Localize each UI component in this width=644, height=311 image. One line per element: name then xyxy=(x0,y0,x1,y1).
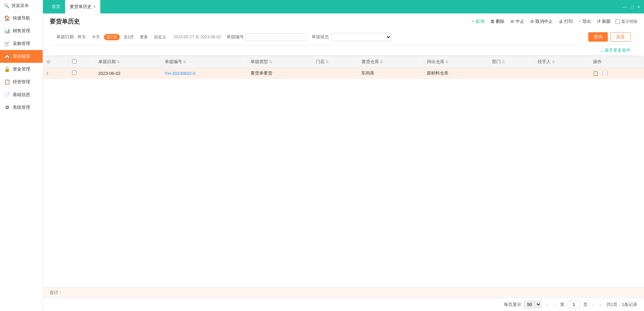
data-table: ⚙ 单据日期 单据编号 单据类型 门店 要货仓库 待出仓库 部门 经手人 操作 xyxy=(43,56,644,79)
row-actions: 📋 ⋮⋮ xyxy=(589,68,644,79)
row-department xyxy=(489,68,534,79)
docnum-filter-group: 单据编号 xyxy=(226,33,306,41)
row-store xyxy=(313,68,358,79)
tab-history-label: 要货单历史 xyxy=(70,4,92,10)
select-all-checkbox[interactable] xyxy=(72,59,76,63)
chevron-down-icon: ⌄ xyxy=(600,48,603,53)
page-title: 要货单历史 xyxy=(50,17,80,26)
inventory-icon: 🏠 xyxy=(4,53,10,59)
sidebar-item-basic-info[interactable]: 📄 基础信息 xyxy=(0,88,43,101)
show-detail-label: 显示明细 xyxy=(621,19,637,25)
show-detail-input[interactable] xyxy=(615,19,620,24)
date-filter-label: 单据日期 xyxy=(56,34,74,40)
stop-button[interactable]: ⊘ 中止 xyxy=(509,18,526,25)
export-button[interactable]: ↑ 导出 xyxy=(578,18,592,25)
purchase-icon: 🛒 xyxy=(4,41,10,47)
expand-label: 展开更多条件 xyxy=(604,47,631,53)
table-row[interactable]: 1 2023-06-02 YH-20230602-0 要货单要货 车间库 原材料… xyxy=(43,68,644,79)
col-store[interactable]: 门店 xyxy=(313,56,358,68)
cancel-stop-button[interactable]: ⊘ 取消中止 xyxy=(529,18,554,25)
sidebar-item-quick-nav[interactable]: 🏠 快捷导航 xyxy=(0,12,43,25)
window-maximize-icon[interactable]: □ xyxy=(631,4,634,9)
row-more-icon[interactable]: ⋮⋮ xyxy=(600,71,610,76)
topbar-right: — □ × xyxy=(623,4,640,9)
col-settings[interactable]: ⚙ xyxy=(43,56,69,68)
col-department[interactable]: 部门 xyxy=(489,56,534,68)
tab-home[interactable]: 首页 xyxy=(47,0,65,13)
last-page-button[interactable]: » xyxy=(598,301,603,308)
sidebar-label-basic-info: 基础信息 xyxy=(13,92,30,98)
row-index: 1 xyxy=(43,68,69,79)
tab-close-icon[interactable]: × xyxy=(94,5,96,9)
sidebar: 🔍 搜索菜单 🏠 快捷导航 📊 销售管理 🛒 采购管理 🏠 库存核算 🔒 资金管… xyxy=(0,0,43,311)
prev-page-button[interactable]: ‹ xyxy=(553,301,557,308)
delete-button[interactable]: 🗑 删除 xyxy=(489,18,506,25)
date-range-display: 2023-05-27 至 2023-06-02 xyxy=(173,34,221,40)
tab-home-label: 首页 xyxy=(52,4,60,10)
row-edit-icon[interactable]: 📋 xyxy=(593,71,598,76)
add-button[interactable]: + 新增 xyxy=(471,18,486,25)
col-doctype[interactable]: 单据类型 xyxy=(247,56,313,68)
date-btn-custom[interactable]: 自定义 xyxy=(152,34,168,40)
expand-button[interactable]: ⌄ 展开更多条件 xyxy=(600,47,631,53)
col-date[interactable]: 单据日期 xyxy=(95,56,161,68)
filter-row: 单据日期 昨天 今天 近7天 近1月 更多 自定义 2023-05-27 至 2… xyxy=(50,29,637,45)
col-handler[interactable]: 经手人 xyxy=(534,56,589,68)
sidebar-search[interactable]: 🔍 搜索菜单 xyxy=(0,0,43,12)
next-page-button[interactable]: › xyxy=(590,301,595,308)
window-minimize-icon[interactable]: — xyxy=(623,4,627,9)
row-date: 2023-06-02 xyxy=(95,68,161,79)
sidebar-label-purchase: 采购管理 xyxy=(13,41,30,47)
sidebar-label-quick-nav: 快捷导航 xyxy=(13,15,30,21)
docnum-input[interactable] xyxy=(246,33,306,41)
col-pending-warehouse[interactable]: 待出仓库 xyxy=(423,56,489,68)
col-docnum[interactable]: 单据编号 xyxy=(161,56,247,68)
sidebar-label-sales: 销售管理 xyxy=(13,28,30,34)
system-icon: ⚙ xyxy=(4,104,10,110)
per-page-select[interactable]: 50 100 xyxy=(524,301,541,308)
status-select[interactable] xyxy=(331,33,391,41)
print-button[interactable]: 🖨 打印 xyxy=(557,18,575,25)
sidebar-item-purchase[interactable]: 🛒 采购管理 xyxy=(0,37,43,50)
date-btn-today[interactable]: 今天 xyxy=(90,34,102,40)
per-page-label: 每页显示 xyxy=(504,302,521,308)
page-suffix-label: 页 xyxy=(583,302,588,308)
row-doctype: 要货单要货 xyxy=(247,68,313,79)
sidebar-label-inventory: 库存核算 xyxy=(13,53,30,59)
sidebar-item-sales[interactable]: 📊 销售管理 xyxy=(0,25,43,37)
date-filter-group: 单据日期 昨天 今天 近7天 近1月 更多 自定义 xyxy=(56,34,168,40)
sidebar-search-label: 搜索菜单 xyxy=(11,3,29,9)
total-label: 合计： xyxy=(50,290,63,296)
date-btn-yesterday[interactable]: 昨天 xyxy=(76,34,88,40)
table-area: ⚙ 单据日期 单据编号 单据类型 门店 要货仓库 待出仓库 部门 经手人 操作 xyxy=(43,56,644,287)
query-button[interactable]: 查询 xyxy=(588,32,608,42)
sidebar-item-operations[interactable]: 📋 经营管理 xyxy=(0,76,43,88)
window-close-icon[interactable]: × xyxy=(637,4,640,9)
date-btn-7days[interactable]: 近7天 xyxy=(104,34,120,40)
sidebar-item-system[interactable]: ⚙ 系统管理 xyxy=(0,101,43,114)
sidebar-item-finance[interactable]: 🔒 资金管理 xyxy=(0,63,43,76)
row-pending-warehouse: 原材料仓库 xyxy=(423,68,489,79)
col-checkbox[interactable] xyxy=(69,56,95,68)
row-check[interactable] xyxy=(72,71,76,75)
topbar: 首页 要货单历史 × — □ × xyxy=(43,0,644,13)
page-number-input[interactable] xyxy=(567,301,581,308)
pagination: 每页显示 50 100 « ‹ 第 页 › » 共1页，1条记录 xyxy=(43,298,644,311)
row-checkbox[interactable] xyxy=(69,68,95,79)
basic-info-icon: 📄 xyxy=(4,92,10,98)
first-page-button[interactable]: « xyxy=(544,301,550,308)
show-detail-checkbox[interactable]: 显示明细 xyxy=(615,19,637,25)
tab-history[interactable]: 要货单历史 × xyxy=(65,0,100,13)
row-docnum[interactable]: YH-20230602-0 xyxy=(161,68,247,79)
refresh-button[interactable]: ↺ 刷新 xyxy=(596,18,612,25)
table-footer: 合计： xyxy=(43,287,644,298)
settings-button[interactable]: 设置 xyxy=(610,32,631,42)
col-req-warehouse[interactable]: 要货仓库 xyxy=(358,56,423,68)
docnum-label: 单据编号 xyxy=(226,34,244,40)
date-btn-more[interactable]: 更多 xyxy=(138,34,150,40)
date-btn-1month[interactable]: 近1月 xyxy=(122,34,136,40)
sidebar-item-inventory[interactable]: 🏠 库存核算 xyxy=(0,50,43,63)
home-icon: 🏠 xyxy=(4,15,10,21)
expand-row: ⌄ 展开更多条件 xyxy=(50,45,637,56)
sidebar-label-finance: 资金管理 xyxy=(13,66,30,72)
